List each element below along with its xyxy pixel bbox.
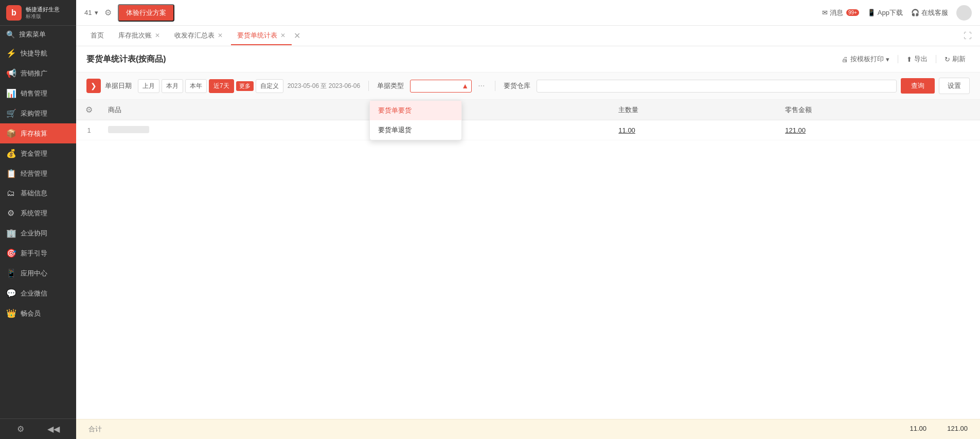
filter-sep-1 xyxy=(368,81,369,91)
divider-2 xyxy=(936,55,936,63)
sidebar-item-marketing[interactable]: 📢 营销推广 xyxy=(0,63,76,83)
tab-requisition-stats-label: 要货单统计表 xyxy=(237,31,277,40)
sidebar-item-inventory[interactable]: 📦 库存核算 xyxy=(0,123,76,143)
tab-inventory-batch-close[interactable]: ✕ xyxy=(155,32,160,39)
print-icon: 🖨 xyxy=(842,56,848,63)
sidebar-bottom: ⚙ ◀◀ xyxy=(0,418,76,439)
messages-label: 消息 xyxy=(830,8,843,17)
query-btn[interactable]: 查询 xyxy=(901,78,935,94)
filter-toggle-btn[interactable]: ❯ xyxy=(86,79,101,93)
page-title: 要货单统计表(按商品) xyxy=(86,54,166,65)
sidebar-item-system[interactable]: ⚙ 系统管理 xyxy=(0,203,76,223)
store-selector[interactable]: 41 ▾ xyxy=(84,9,98,16)
app-logo: b 畅捷通好生意 标准版 xyxy=(0,0,76,26)
service-label: 在线客服 xyxy=(921,8,948,17)
basic-icon: 🗂 xyxy=(6,189,15,198)
warehouse-input[interactable] xyxy=(537,80,897,93)
footer-amount: 121.00 xyxy=(933,425,974,434)
sidebar-search[interactable]: 🔍 搜索菜单 xyxy=(0,26,76,43)
sidebar-collapse-btn[interactable]: ◀◀ xyxy=(47,424,60,434)
close-all-tabs-btn[interactable]: ✕ xyxy=(294,31,300,41)
sidebar-label-purchase: 采购管理 xyxy=(21,109,47,118)
amount-link[interactable]: 121.00 xyxy=(785,126,806,134)
doc-type-label: 单据类型 xyxy=(377,81,404,90)
app-icon: 📱 xyxy=(867,9,876,16)
print-label: 按模板打印 xyxy=(850,54,884,64)
sidebar-item-purchase[interactable]: 🛒 采购管理 xyxy=(0,103,76,123)
tab-inout-summary-close[interactable]: ✕ xyxy=(218,32,223,39)
tab-requisition-stats[interactable]: 要货单统计表 ✕ xyxy=(231,27,292,45)
operation-icon: 📋 xyxy=(6,169,15,178)
cell-index: 1 xyxy=(76,120,102,140)
warehouse-label: 要货仓库 xyxy=(504,81,530,90)
settings-btn[interactable]: 设置 xyxy=(939,78,970,94)
export-btn[interactable]: ⬆ 导出 xyxy=(902,52,932,66)
tab-inventory-batch[interactable]: 库存批次账 ✕ xyxy=(112,27,166,45)
doc-type-select-wrap: 要货单要货 要货单退货 ▲ xyxy=(410,80,472,93)
logo-sub: 标准版 xyxy=(26,13,60,20)
tab-bar: 首页 库存批次账 ✕ 收发存汇总表 ✕ 要货单统计表 ✕ ✕ ⛶ xyxy=(76,26,980,46)
column-settings-icon[interactable]: ⚙ xyxy=(85,105,93,114)
sidebar-label-system: 系统管理 xyxy=(21,209,47,218)
service-btn[interactable]: 🎧 在线客服 xyxy=(911,8,948,17)
sidebar-item-sales[interactable]: 📊 销售管理 xyxy=(0,83,76,103)
sidebar-label-appstore: 应用中心 xyxy=(21,269,47,278)
dropdown-item-purchase[interactable]: 要货单要货 xyxy=(370,101,461,120)
sidebar-item-member[interactable]: 👑 畅会员 xyxy=(0,303,76,323)
app-label: App下载 xyxy=(878,8,903,17)
messages-btn[interactable]: ✉ 消息 99+ xyxy=(822,8,859,17)
quantity-link[interactable]: 11.00 xyxy=(618,126,635,134)
tab-home[interactable]: 首页 xyxy=(84,27,110,45)
date-btn-this-month[interactable]: 本月 xyxy=(162,79,183,93)
sidebar-settings-btn[interactable]: ⚙ xyxy=(17,424,24,434)
date-filter-label: 单据日期 xyxy=(105,81,132,90)
date-btn-custom[interactable]: 自定义 xyxy=(256,79,283,93)
topbar-settings-btn[interactable]: ⚙ xyxy=(104,8,112,17)
filter-sep-2 xyxy=(495,81,495,91)
dropdown-item-return[interactable]: 要货单退货 xyxy=(370,120,461,140)
store-count: 41 xyxy=(84,9,92,16)
tab-inventory-batch-label: 库存批次账 xyxy=(118,31,152,40)
doc-type-select[interactable]: 要货单要货 要货单退货 xyxy=(410,80,472,93)
date-btn-7days[interactable]: 近7天 xyxy=(209,79,234,93)
app-download-btn[interactable]: 📱 App下载 xyxy=(867,8,903,17)
system-icon: ⚙ xyxy=(6,208,15,218)
print-btn[interactable]: 🖨 按模板打印 ▾ xyxy=(838,52,894,66)
cell-amount[interactable]: 121.00 xyxy=(779,120,980,140)
tab-inout-summary[interactable]: 收发存汇总表 ✕ xyxy=(168,27,229,45)
user-avatar[interactable] xyxy=(956,5,972,21)
sidebar-item-wechat[interactable]: 💬 企业微信 xyxy=(0,283,76,303)
filter-bar: ❯ 单据日期 上月 本月 本年 近7天 更多 自定义 2023-05-06 至 … xyxy=(76,72,980,100)
sidebar-item-operation[interactable]: 📋 经营管理 xyxy=(0,163,76,184)
refresh-btn[interactable]: ↻ 刷新 xyxy=(940,52,970,66)
date-btn-this-year[interactable]: 本年 xyxy=(185,79,207,93)
trial-btn[interactable]: 体验行业方案 xyxy=(118,4,174,22)
warehouse-wrap xyxy=(537,80,897,93)
cell-quantity[interactable]: 11.00 xyxy=(612,120,779,140)
sidebar-label-guide: 新手引导 xyxy=(21,249,47,258)
inventory-icon: 📦 xyxy=(6,129,15,138)
footer-label: 合计 xyxy=(82,425,134,434)
sidebar-item-enterprise[interactable]: 🏢 企业协同 xyxy=(0,223,76,243)
page-actions: 🖨 按模板打印 ▾ ⬆ 导出 ↻ 刷新 xyxy=(838,52,970,66)
sidebar-label-sales: 销售管理 xyxy=(21,89,47,98)
th-product: 商品 xyxy=(102,100,377,120)
date-range-display: 2023-05-06 至 2023-06-06 xyxy=(288,82,360,90)
tab-requisition-stats-close[interactable]: ✕ xyxy=(280,32,286,39)
sidebar-item-guide[interactable]: 🎯 新手引导 xyxy=(0,243,76,263)
maximize-btn[interactable]: ⛶ xyxy=(964,31,972,41)
th-settings[interactable]: ⚙ xyxy=(76,100,102,120)
sidebar-item-finance[interactable]: 💰 资金管理 xyxy=(0,143,76,163)
logo-icon: b xyxy=(6,5,22,21)
filter-more-btn[interactable]: ··· xyxy=(476,79,487,93)
date-more-badge[interactable]: 更多 xyxy=(236,81,254,91)
table-row: 1 块 11.00 121.00 xyxy=(76,120,980,140)
sidebar-item-appstore[interactable]: 📱 应用中心 xyxy=(0,263,76,283)
sidebar-item-basic[interactable]: 🗂 基础信息 xyxy=(0,184,76,203)
date-btn-last-month[interactable]: 上月 xyxy=(138,79,159,93)
sidebar-item-quick-nav[interactable]: ⚡ 快捷导航 xyxy=(0,43,76,63)
cell-product xyxy=(102,120,377,140)
footer-quantity: 11.00 xyxy=(892,425,933,434)
enterprise-icon: 🏢 xyxy=(6,228,15,238)
sidebar-label-quick-nav: 快捷导航 xyxy=(21,49,47,58)
